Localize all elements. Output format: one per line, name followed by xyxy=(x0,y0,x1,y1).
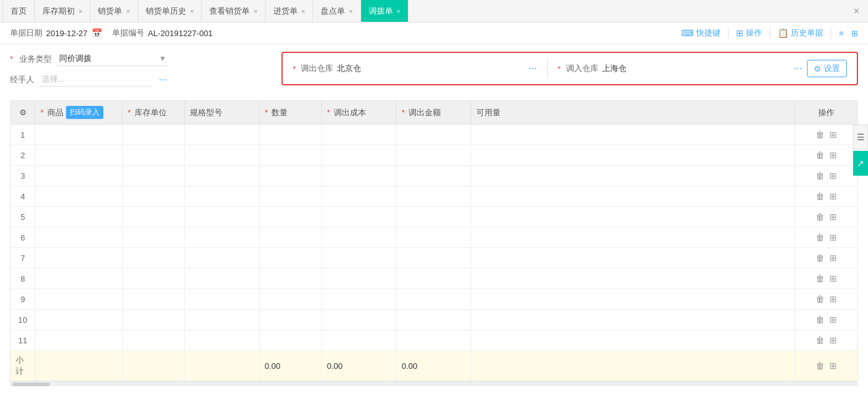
row-4-copy-icon[interactable]: ⊞ xyxy=(829,191,837,201)
tab-close-inventory-init[interactable]: × xyxy=(78,7,82,15)
row-5-qty[interactable] xyxy=(260,207,322,227)
window-close-button[interactable]: × xyxy=(847,6,866,17)
th-settings[interactable]: ⚙ xyxy=(11,101,35,124)
row-3-unit[interactable] xyxy=(123,166,185,186)
row-8-unit[interactable] xyxy=(123,269,185,288)
row-11-cost[interactable] xyxy=(322,330,397,350)
row-5-spec[interactable] xyxy=(185,207,260,227)
row-5-available[interactable] xyxy=(471,207,795,227)
row-10-available[interactable] xyxy=(471,310,795,330)
row-2-delete-icon[interactable]: 🗑 xyxy=(816,150,824,160)
row-9-unit[interactable] xyxy=(123,289,185,309)
row-3-available[interactable] xyxy=(471,166,795,186)
row-2-spec[interactable] xyxy=(185,145,260,165)
tab-inventory-check[interactable]: 盘点单 × xyxy=(313,0,361,22)
row-11-amount[interactable] xyxy=(397,330,471,350)
row-7-unit[interactable] xyxy=(123,248,185,268)
row-6-copy-icon[interactable]: ⊞ xyxy=(829,232,837,242)
row-7-product[interactable] xyxy=(35,248,123,268)
row-7-qty[interactable] xyxy=(260,248,322,268)
tab-view-sales[interactable]: 查看销货单 × xyxy=(202,0,265,22)
row-6-qty[interactable] xyxy=(260,227,322,247)
row-2-copy-icon[interactable]: ⊞ xyxy=(829,150,837,160)
tab-inventory-init[interactable]: 库存期初 × xyxy=(35,0,90,22)
row-4-qty[interactable] xyxy=(260,186,322,206)
row-4-unit[interactable] xyxy=(123,186,185,206)
handler-select[interactable]: 选择... xyxy=(39,72,151,87)
row-3-spec[interactable] xyxy=(185,166,260,186)
row-6-delete-icon[interactable]: 🗑 xyxy=(816,232,824,242)
row-8-cost[interactable] xyxy=(322,269,397,288)
row-8-copy-icon[interactable]: ⊞ xyxy=(829,274,837,283)
row-7-cost[interactable] xyxy=(322,248,397,268)
row-2-available[interactable] xyxy=(471,145,795,165)
row-3-product[interactable] xyxy=(35,166,123,186)
row-10-cost[interactable] xyxy=(322,310,397,330)
row-4-delete-icon[interactable]: 🗑 xyxy=(816,191,824,201)
row-3-cost[interactable] xyxy=(322,166,397,186)
subtotal-copy-icon[interactable]: ⊞ xyxy=(829,361,837,371)
row-2-unit[interactable] xyxy=(123,145,185,165)
row-6-unit[interactable] xyxy=(123,227,185,247)
row-9-qty[interactable] xyxy=(260,289,322,309)
row-9-product[interactable] xyxy=(35,289,123,309)
row-2-product[interactable] xyxy=(35,145,123,165)
row-10-qty[interactable] xyxy=(260,310,322,330)
row-10-amount[interactable] xyxy=(397,310,471,330)
row-2-amount[interactable] xyxy=(397,145,471,165)
row-1-qty[interactable] xyxy=(260,125,322,145)
list-view-button[interactable]: ≡ xyxy=(839,29,844,38)
row-6-amount[interactable] xyxy=(397,227,471,247)
handler-more-icon[interactable]: ··· xyxy=(159,74,167,85)
row-8-delete-icon[interactable]: 🗑 xyxy=(816,274,824,283)
row-6-product[interactable] xyxy=(35,227,123,247)
tab-close-purchase-order[interactable]: × xyxy=(301,7,305,15)
row-8-available[interactable] xyxy=(471,269,795,288)
row-11-unit[interactable] xyxy=(123,330,185,350)
scrollbar-thumb[interactable] xyxy=(12,383,50,386)
float-expand-button[interactable]: ↗ xyxy=(853,151,868,176)
row-9-delete-icon[interactable]: 🗑 xyxy=(816,294,824,304)
tab-sales-history[interactable]: 销货单历史 × xyxy=(138,0,202,22)
tab-close-inventory-check[interactable]: × xyxy=(349,7,352,15)
tab-transfer-order[interactable]: 调拨单 × xyxy=(361,0,408,22)
row-1-copy-icon[interactable]: ⊞ xyxy=(829,130,837,140)
row-3-qty[interactable] xyxy=(260,166,322,186)
tab-close-sales-order[interactable]: × xyxy=(126,7,130,15)
row-11-delete-icon[interactable]: 🗑 xyxy=(816,335,824,345)
row-1-available[interactable] xyxy=(471,125,795,145)
row-6-spec[interactable] xyxy=(185,227,260,247)
row-2-qty[interactable] xyxy=(260,145,322,165)
row-7-amount[interactable] xyxy=(397,248,471,268)
row-4-cost[interactable] xyxy=(322,186,397,206)
row-1-product[interactable] xyxy=(35,125,123,145)
row-3-amount[interactable] xyxy=(397,166,471,186)
row-10-copy-icon[interactable]: ⊞ xyxy=(829,315,837,325)
shortcuts-button[interactable]: ⌨ 快捷键 xyxy=(681,27,720,39)
tab-sales-order[interactable]: 销货单 × xyxy=(90,0,138,22)
row-9-spec[interactable] xyxy=(185,289,260,309)
row-10-delete-icon[interactable]: 🗑 xyxy=(816,315,824,325)
history-button[interactable]: 📋 历史单据 xyxy=(778,27,823,39)
row-6-cost[interactable] xyxy=(322,227,397,247)
row-1-delete-icon[interactable]: 🗑 xyxy=(816,130,824,140)
settings-button[interactable]: ⚙ 设置 xyxy=(807,60,847,77)
row-7-copy-icon[interactable]: ⊞ xyxy=(829,253,837,263)
scan-button[interactable]: 扫码录入 xyxy=(66,106,103,119)
row-5-amount[interactable] xyxy=(397,207,471,227)
row-5-product[interactable] xyxy=(35,207,123,227)
row-8-qty[interactable] xyxy=(260,269,322,288)
tab-close-sales-history[interactable]: × xyxy=(190,7,194,15)
row-9-copy-icon[interactable]: ⊞ xyxy=(829,294,837,304)
calendar-icon[interactable]: 📅 xyxy=(92,28,102,38)
row-11-qty[interactable] xyxy=(260,330,322,350)
row-6-available[interactable] xyxy=(471,227,795,247)
row-1-spec[interactable] xyxy=(185,125,260,145)
row-8-product[interactable] xyxy=(35,269,123,288)
tab-close-transfer-order[interactable]: × xyxy=(397,7,400,15)
row-4-spec[interactable] xyxy=(185,186,260,206)
row-9-cost[interactable] xyxy=(322,289,397,309)
row-5-unit[interactable] xyxy=(123,207,185,227)
row-9-amount[interactable] xyxy=(397,289,471,309)
row-7-spec[interactable] xyxy=(185,248,260,268)
